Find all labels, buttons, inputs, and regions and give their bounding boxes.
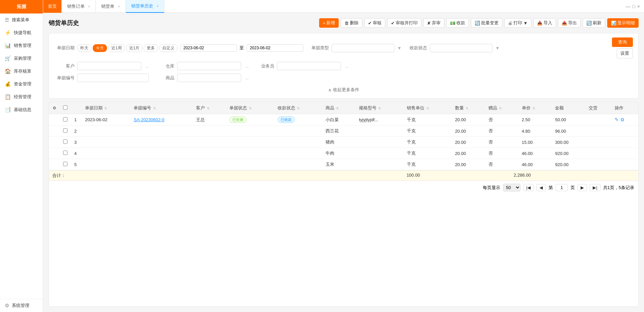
collapse-button[interactable]: ∧ 收起更多条件 bbox=[54, 85, 633, 94]
doc-type-input[interactable] bbox=[332, 44, 394, 52]
col-gift[interactable]: 赠品 ⇅ bbox=[485, 102, 519, 114]
cell-gift: 否 bbox=[485, 159, 519, 170]
edit-icon[interactable]: ✎ bbox=[615, 117, 619, 123]
cell-check[interactable] bbox=[60, 148, 71, 159]
pay-status-dropdown-icon[interactable]: ▼ bbox=[495, 46, 500, 51]
cell-check[interactable] bbox=[60, 126, 71, 137]
col-unit[interactable]: 销售单位 ⇅ bbox=[403, 102, 451, 114]
col-goods[interactable]: 商品 ⇅ bbox=[322, 102, 356, 114]
tab-sales-delivery-close[interactable]: × bbox=[118, 0, 120, 13]
col-price[interactable]: 单价 ⇅ bbox=[519, 102, 552, 114]
row-checkbox[interactable] bbox=[63, 162, 67, 166]
salesperson-ellipsis[interactable]: ... bbox=[345, 64, 348, 69]
sidebar-item-quick-nav[interactable]: ⚡ 快捷导航 bbox=[0, 26, 43, 39]
query-button[interactable]: 查询 bbox=[612, 37, 633, 47]
goods-input[interactable] bbox=[177, 74, 241, 82]
sidebar-item-sys-mgmt[interactable]: ⚙ 系统管理 bbox=[0, 299, 43, 312]
show-detail-button[interactable]: 📊 显示明细 bbox=[607, 18, 639, 28]
refresh-button[interactable]: 🔃 刷新 bbox=[583, 18, 605, 28]
row-checkbox[interactable] bbox=[63, 128, 67, 133]
cell-check[interactable] bbox=[60, 159, 71, 170]
import-button[interactable]: 📥 导入 bbox=[533, 18, 556, 28]
close-button[interactable]: × bbox=[637, 4, 640, 9]
cell-check[interactable] bbox=[60, 137, 71, 148]
sidebar-item-inventory[interactable]: 🏠 库存核算 bbox=[0, 65, 43, 78]
date-chip-week[interactable]: 近1周 bbox=[108, 44, 125, 52]
row-checkbox[interactable] bbox=[63, 117, 67, 122]
audit-print-button[interactable]: ✔ 审核并打印 bbox=[387, 18, 421, 28]
minimize-button[interactable]: — bbox=[625, 4, 630, 9]
pay-status-input[interactable] bbox=[430, 44, 493, 52]
per-page-select[interactable]: 50 100 200 bbox=[503, 184, 521, 191]
warehouse-input[interactable] bbox=[177, 62, 241, 70]
date-chip-custom[interactable]: 自定义 bbox=[159, 44, 177, 52]
select-all-checkbox[interactable] bbox=[63, 105, 67, 110]
sidebar-item-ops-mgmt[interactable]: 📋 经营管理 bbox=[0, 90, 43, 103]
date-chip-month[interactable]: 近1月 bbox=[126, 44, 143, 52]
print-button[interactable]: 🖨 打印 ▼ bbox=[504, 18, 531, 28]
doc-no-input[interactable] bbox=[77, 74, 149, 82]
col-gear[interactable]: ⚙ bbox=[49, 102, 60, 114]
audit-button[interactable]: ✔ 审核 bbox=[364, 18, 385, 28]
page-number-input[interactable] bbox=[556, 184, 568, 191]
customer-input[interactable] bbox=[77, 62, 141, 70]
cell-delivery bbox=[585, 137, 611, 148]
collapse-label: 收起更多条件 bbox=[333, 87, 359, 93]
maximize-button[interactable]: □ bbox=[632, 4, 635, 9]
collect-button[interactable]: 💵 收款 bbox=[446, 18, 469, 28]
date-chip-more[interactable]: 更多 bbox=[144, 44, 158, 52]
cell-doc-status bbox=[226, 159, 274, 170]
col-pay-status[interactable]: 收款状态 ⇅ bbox=[274, 102, 322, 114]
sidebar-item-label: 搜索菜单 bbox=[12, 17, 29, 23]
col-doc-status[interactable]: 单据状态 ⇅ bbox=[226, 102, 274, 114]
doc-type-dropdown-icon[interactable]: ▼ bbox=[397, 46, 401, 51]
cell-check[interactable] bbox=[60, 114, 71, 126]
export-button[interactable]: 📤 导出 bbox=[558, 18, 581, 28]
row-checkbox[interactable] bbox=[63, 151, 67, 155]
col-customer[interactable]: 客户 ⇅ bbox=[193, 102, 226, 114]
last-page-button[interactable]: ▶| bbox=[590, 184, 600, 191]
page-title: 销货单历史 bbox=[49, 19, 79, 27]
sidebar-item-sales-mgmt[interactable]: 📊 销售管理 bbox=[0, 39, 43, 52]
batch-change-button[interactable]: 🔄 批量变更 bbox=[471, 18, 502, 28]
tab-sales-history-close[interactable]: × bbox=[157, 0, 159, 12]
filter-pay-status: 收款状态 ▼ bbox=[407, 44, 500, 52]
date-to-input[interactable] bbox=[247, 44, 303, 52]
goods-label: 商品 bbox=[154, 75, 174, 81]
sidebar-item-label: 资金管理 bbox=[14, 81, 31, 87]
tab-sales-delivery[interactable]: 销货单 × bbox=[96, 0, 125, 13]
sidebar-item-search-menu[interactable]: ☰ 搜索菜单 bbox=[0, 14, 43, 26]
col-spec[interactable]: 规格型号 ⇅ bbox=[356, 102, 403, 114]
sidebar-item-finance-mgmt[interactable]: 💰 资金管理 bbox=[0, 78, 43, 90]
salesperson-input[interactable] bbox=[277, 62, 341, 70]
prev-page-button[interactable]: ◀ bbox=[536, 184, 546, 191]
sidebar-item-purchase-mgmt[interactable]: 🛒 采购管理 bbox=[0, 52, 43, 65]
col-qty[interactable]: 数量 ⇅ bbox=[452, 102, 485, 114]
first-page-button[interactable]: |◀ bbox=[523, 184, 534, 191]
tab-sales-order[interactable]: 销售订单 × bbox=[62, 0, 96, 13]
sidebar-item-base-info[interactable]: 📑 基础信息 bbox=[0, 103, 43, 116]
next-page-button[interactable]: ▶ bbox=[578, 184, 587, 191]
print-dropdown-icon: ▼ bbox=[523, 21, 528, 26]
goods-ellipsis[interactable]: ... bbox=[245, 76, 249, 80]
tab-sales-order-close[interactable]: × bbox=[88, 0, 90, 13]
copy-icon[interactable]: ⧉ bbox=[621, 117, 624, 123]
tab-home[interactable]: 首页 bbox=[43, 0, 62, 13]
customer-ellipsis[interactable]: ... bbox=[145, 64, 149, 69]
abandon-button[interactable]: ✘ 弃审 bbox=[423, 18, 444, 28]
warehouse-ellipsis[interactable]: ... bbox=[245, 64, 249, 69]
col-date[interactable]: 单据日期 ⇅ bbox=[82, 102, 130, 114]
col-check[interactable] bbox=[60, 102, 71, 114]
cell-gear bbox=[49, 137, 60, 148]
new-button[interactable]: + 新增 bbox=[319, 18, 339, 28]
delete-button[interactable]: 🗑 删除 bbox=[341, 18, 362, 28]
cell-doc-no[interactable]: SA-20230602-0 bbox=[130, 114, 193, 126]
setting-button[interactable]: 设置 bbox=[617, 48, 633, 58]
row-checkbox[interactable] bbox=[63, 139, 67, 144]
date-chip-today[interactable]: 今天 bbox=[93, 44, 107, 52]
date-from-input[interactable] bbox=[180, 44, 237, 52]
col-doc-no[interactable]: 单据编号 ⇅ bbox=[130, 102, 193, 114]
date-chip-yesterday[interactable]: 昨天 bbox=[77, 44, 91, 52]
cell-doc-status bbox=[226, 148, 274, 159]
tab-sales-history[interactable]: 销货单历史 × bbox=[126, 0, 164, 13]
